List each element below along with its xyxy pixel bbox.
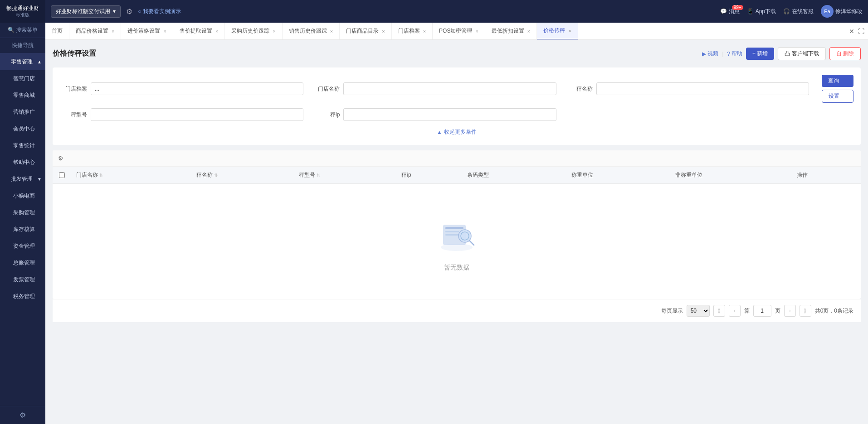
filter-area: 门店档案 ... 门店名称 秤名称 查询 设置: [53, 67, 861, 145]
online-service-btn[interactable]: 🎧 在线客服: [783, 8, 814, 15]
sidebar-item-7[interactable]: 批发管理▼: [0, 171, 45, 188]
tab-close-6[interactable]: ×: [382, 29, 385, 34]
svg-rect-2: [445, 227, 463, 229]
scale-model-label: 秤型号: [60, 111, 87, 119]
sidebar-item-label-0: 零售管理: [6, 58, 37, 66]
sidebar-item-6[interactable]: 帮助中心: [0, 154, 45, 171]
user-menu[interactable]: Ea 徐泽华修改: [821, 5, 863, 18]
tab-close-10[interactable]: ×: [568, 28, 571, 34]
sidebar-item-label-8: 小畅电商: [6, 192, 42, 200]
page-input[interactable]: [753, 305, 771, 317]
search-icon: 🔍: [8, 27, 15, 33]
select-all-checkbox[interactable]: [59, 172, 65, 178]
tab-close-3[interactable]: ×: [215, 29, 218, 34]
tabs-maximize-icon[interactable]: ⛶: [858, 28, 864, 35]
message-btn[interactable]: 💬 消息 99+: [720, 8, 740, 15]
tab-6[interactable]: 门店商品目录×: [340, 23, 391, 40]
tab-8[interactable]: POS加密管理×: [433, 23, 485, 40]
scale-ip-label: 秤ip: [312, 111, 340, 119]
query-button[interactable]: 查询: [822, 75, 853, 87]
sidebar-items: 零售管理▲智慧门店零售商城营销推广会员中心零售统计帮助中心批发管理▼小畅电商采购…: [0, 53, 45, 305]
tab-close-5[interactable]: ×: [330, 29, 333, 34]
tab-label-5: 销售历史价跟踪: [289, 27, 327, 35]
demo-btn[interactable]: ○ 我要看实例演示: [138, 8, 181, 15]
last-page-btn[interactable]: ⟫: [800, 305, 811, 317]
sidebar-search[interactable]: 🔍 搜索菜单: [0, 23, 45, 38]
tabs-close-icon[interactable]: ✕: [849, 28, 854, 35]
sidebar-item-label-6: 帮助中心: [6, 159, 42, 166]
svg-rect-3: [445, 231, 459, 232]
download-button[interactable]: 凸 客户端下载: [778, 47, 825, 60]
scale-model-input[interactable]: [91, 108, 303, 121]
table-area: ⚙ 门店名称⇅秤名称⇅秤型号⇅秤ip条码类型称重单位非称重单位操作: [53, 150, 861, 299]
help-link[interactable]: ? 帮助: [727, 50, 742, 58]
settings-button[interactable]: 设置: [822, 90, 853, 103]
table-settings-icon[interactable]: ⚙: [58, 155, 63, 162]
sidebar-item-0[interactable]: 零售管理▲: [0, 53, 45, 70]
separator: |: [722, 51, 723, 57]
delete-button[interactable]: 自 删除: [829, 47, 861, 60]
page-suffix: 页: [775, 307, 780, 315]
tab-label-8: POS加密管理: [439, 27, 472, 35]
version-selector[interactable]: 好业财标准版交付试用 ▾: [51, 5, 121, 18]
tab-3[interactable]: 售价提取设置×: [173, 23, 225, 40]
sidebar-item-1[interactable]: 智慧门店: [0, 70, 45, 87]
scale-name-input[interactable]: [596, 82, 809, 95]
add-button[interactable]: + 新增: [746, 48, 774, 60]
total-info: 共0页，0条记录: [815, 307, 853, 315]
prev-page-btn[interactable]: ‹: [729, 305, 741, 317]
col-scale_name[interactable]: 秤名称⇅: [191, 167, 293, 184]
tab-close-7[interactable]: ×: [423, 29, 426, 34]
tab-close-2[interactable]: ×: [163, 29, 166, 34]
sidebar-item-14[interactable]: 税务管理: [0, 288, 45, 305]
tab-close-9[interactable]: ×: [527, 29, 530, 34]
per-page-select[interactable]: 50 10 20 100: [687, 305, 710, 317]
app-download-btn[interactable]: 📱 App下载: [747, 8, 776, 15]
sidebar-item-label-12: 总账管理: [6, 259, 42, 267]
tab-9[interactable]: 最低折扣设置×: [485, 23, 537, 40]
col-barcode_type: 条码类型: [462, 167, 566, 184]
col-scale_model[interactable]: 秤型号⇅: [293, 167, 396, 184]
video-link[interactable]: ▶ 视频: [702, 50, 718, 58]
sidebar-item-12[interactable]: 总账管理: [0, 255, 45, 271]
sidebar-item-10[interactable]: 库存核算: [0, 221, 45, 238]
collapse-button[interactable]: ▲ 收起更多条件: [60, 126, 853, 138]
tab-1[interactable]: 商品价格设置×: [69, 23, 121, 40]
sidebar-item-9[interactable]: 采购管理: [0, 204, 45, 221]
store-name-input[interactable]: [343, 82, 556, 95]
sidebar-bottom[interactable]: ⚙: [0, 406, 45, 424]
tab-label-4: 采购历史价跟踪: [231, 27, 269, 35]
sidebar-item-5[interactable]: 零售统计: [0, 137, 45, 154]
data-table: 门店名称⇅秤名称⇅秤型号⇅秤ip条码类型称重单位非称重单位操作: [53, 167, 861, 184]
tab-close-8[interactable]: ×: [475, 29, 478, 34]
settings-icon[interactable]: ⚙: [20, 411, 26, 419]
first-page-btn[interactable]: ⟪: [713, 305, 725, 317]
tab-2[interactable]: 进价策略设置×: [121, 23, 173, 40]
tab-close-1[interactable]: ×: [112, 29, 114, 34]
store-file-dots: ...: [95, 86, 99, 92]
store-file-selector[interactable]: ...: [91, 82, 303, 95]
sidebar-item-13[interactable]: 发票管理: [0, 271, 45, 288]
next-page-btn[interactable]: ›: [784, 305, 796, 317]
collapse-arrow-icon: ▲: [437, 129, 442, 135]
sidebar-item-2[interactable]: 零售商城: [0, 87, 45, 104]
quick-nav[interactable]: 快捷导航: [0, 38, 45, 53]
col-label-6: 非称重单位: [675, 172, 702, 178]
tab-7[interactable]: 门店档案×: [392, 23, 433, 40]
col-store_name[interactable]: 门店名称⇅: [71, 167, 191, 184]
settings-icon[interactable]: ⚙: [126, 7, 132, 16]
tabs-bar: 首页商品价格设置×进价策略设置×售价提取设置×采购历史价跟踪×销售历史价跟踪×门…: [45, 23, 868, 40]
sidebar-item-11[interactable]: 资金管理: [0, 238, 45, 255]
sidebar-item-8[interactable]: 小畅电商: [0, 188, 45, 204]
sidebar-item-3[interactable]: 营销推广: [0, 104, 45, 120]
scale-ip-input[interactable]: [343, 108, 556, 121]
tab-10[interactable]: 价格传秤×: [537, 23, 578, 40]
tab-0[interactable]: 首页: [45, 23, 69, 40]
sidebar-item-4[interactable]: 会员中心: [0, 120, 45, 137]
page-content: 价格传秤设置 ▶ 视频 | ? 帮助 + 新增 凸 客户端下载 自 删除: [45, 40, 868, 424]
col-action: 操作: [791, 167, 861, 184]
tab-close-4[interactable]: ×: [273, 29, 275, 34]
tab-5[interactable]: 销售历史价跟踪×: [283, 23, 340, 40]
tab-4[interactable]: 采购历史价跟踪×: [225, 23, 282, 40]
sidebar-item-label-10: 库存核算: [6, 226, 42, 233]
